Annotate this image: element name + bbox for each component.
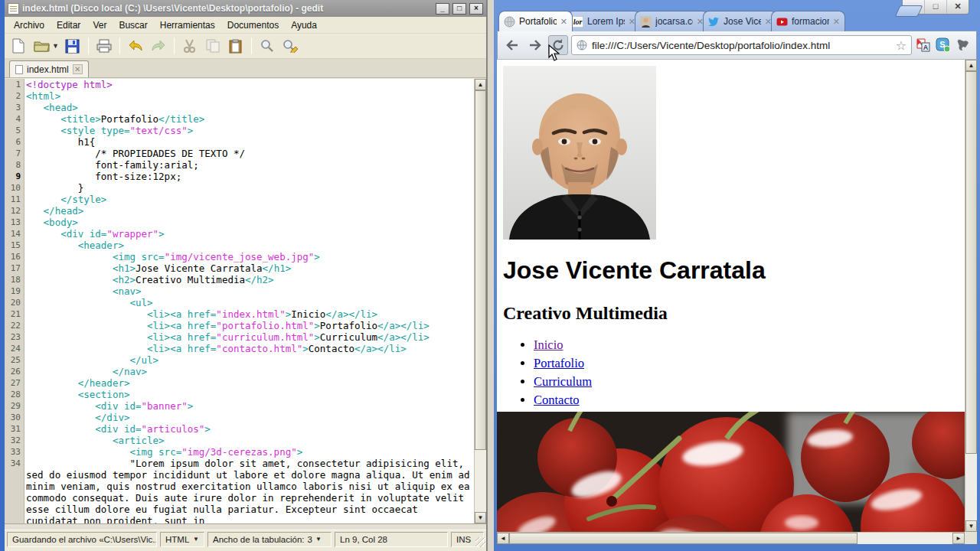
code-line[interactable]: 24 <li><a href="contacto.html">Contacto<… xyxy=(5,343,474,354)
page-link-portafolio[interactable]: Portafolio xyxy=(534,356,584,370)
scrollbar-track[interactable] xyxy=(965,454,977,520)
code-text[interactable]: <style type="text/css"> xyxy=(24,125,474,136)
browser-tab-jocarsa-co[interactable]: jocarsa.co✕ xyxy=(635,11,709,31)
tab-width-combobox[interactable]: Ancho de la tabulación: 3 ▼ xyxy=(207,532,332,547)
scrollbar-thumb[interactable] xyxy=(475,90,486,450)
back-button[interactable] xyxy=(502,35,522,55)
code-line[interactable]: 2<html> xyxy=(5,90,474,102)
code-line[interactable]: 1<!doctype html> xyxy=(5,79,474,90)
code-text[interactable]: /* PROPIEDADES DE TEXTO */ xyxy=(24,148,474,159)
scrollbar-thumb[interactable] xyxy=(965,71,977,454)
code-line[interactable]: 3 <head> xyxy=(5,102,474,113)
gedit-tab-index-html[interactable]: index.html ✕ xyxy=(9,60,89,77)
code-text[interactable]: <h2>Creativo Multimedia</h2> xyxy=(24,274,474,285)
wrench-menu-icon[interactable] xyxy=(955,37,972,54)
translate-extension-icon[interactable]: A xyxy=(915,37,932,54)
code-line[interactable]: 4 <title>Portafolio</title> xyxy=(5,113,474,125)
code-text[interactable]: <article> xyxy=(24,435,474,446)
code-text[interactable]: <section> xyxy=(24,389,474,400)
copy-icon[interactable] xyxy=(204,37,222,55)
code-text[interactable]: </div> xyxy=(24,412,474,423)
code-text[interactable]: </nav> xyxy=(24,366,474,377)
menu-item-documentos[interactable]: Documentos xyxy=(221,18,285,33)
code-line[interactable]: 11 </style> xyxy=(5,194,474,205)
code-text[interactable]: <html> xyxy=(24,90,474,102)
code-text[interactable]: <head> xyxy=(24,102,474,113)
code-line[interactable]: 33 <img src="img/3d-cerezas.png"> xyxy=(5,446,474,458)
gedit-vertical-scrollbar[interactable]: ▲ ▼ xyxy=(474,79,486,523)
code-line[interactable]: 14 <div id="wrapper"> xyxy=(5,228,474,240)
bookmark-star-icon[interactable]: ☆ xyxy=(896,38,906,53)
scrollbar-thumb[interactable] xyxy=(509,533,858,544)
code-line[interactable]: 10 } xyxy=(5,182,474,194)
scrollbar-track[interactable] xyxy=(475,450,486,512)
tab-close-icon[interactable]: ✕ xyxy=(560,17,567,27)
code-line[interactable]: 23 <li><a href="curriculum.html">Curricu… xyxy=(5,331,474,343)
new-document-icon[interactable] xyxy=(9,37,28,55)
code-line[interactable]: 16 <img src="img/vicente_jose_web.jpg"> xyxy=(5,251,474,262)
scroll-up-icon[interactable]: ▲ xyxy=(965,60,977,71)
code-line[interactable]: 12 </head> xyxy=(5,205,474,217)
language-combobox[interactable]: HTML ▼ xyxy=(160,532,204,547)
code-text[interactable]: </ul> xyxy=(24,354,474,366)
browser-tab-portafolio[interactable]: Portafolio✕ xyxy=(498,11,573,31)
url-text[interactable]: file:///C:/Users/Vicente/Desktop/portafo… xyxy=(592,40,891,51)
browser-tab-jose-vicen[interactable]: Jose Vicen✕ xyxy=(703,11,777,31)
code-line[interactable]: 25 </ul> xyxy=(5,354,474,366)
code-text[interactable]: <ul> xyxy=(24,297,474,308)
scroll-up-icon[interactable]: ▲ xyxy=(475,79,486,90)
menu-item-editar[interactable]: Editar xyxy=(51,18,87,33)
redo-icon[interactable] xyxy=(149,37,168,55)
browser-horizontal-scrollbar[interactable]: ◄ ► xyxy=(497,532,965,544)
code-text[interactable]: <div id="wrapper"> xyxy=(24,228,474,240)
code-line[interactable]: 6 h1{ xyxy=(5,136,474,148)
scroll-down-icon[interactable]: ▼ xyxy=(965,520,977,532)
code-line[interactable]: 17 <h1>Jose Vicente Carratala</h1> xyxy=(5,262,474,274)
save-icon[interactable] xyxy=(64,37,82,55)
code-text[interactable]: } xyxy=(24,182,474,194)
code-line[interactable]: 32 <article> xyxy=(5,435,474,446)
code-line[interactable]: 13 <body> xyxy=(5,217,474,228)
code-text[interactable]: <div id="articulos"> xyxy=(24,423,474,435)
menu-item-herramientas[interactable]: Herramientas xyxy=(154,18,221,33)
code-line[interactable]: 8 font-family:arial; xyxy=(5,159,474,171)
code-line[interactable]: 15 <header> xyxy=(5,240,474,251)
undo-icon[interactable] xyxy=(126,37,145,55)
code-text[interactable]: <li><a href="index.html">Inicio</a></li> xyxy=(24,308,474,320)
code-text[interactable]: <div id="banner"> xyxy=(24,400,474,412)
code-line[interactable]: 29 <div id="banner"> xyxy=(5,400,474,412)
code-line[interactable]: 5 <style type="text/css"> xyxy=(5,125,474,136)
find-replace-icon[interactable] xyxy=(281,37,299,55)
page-link-curriculum[interactable]: Curriculum xyxy=(534,374,592,389)
paste-icon[interactable] xyxy=(227,37,245,55)
code-text[interactable]: h1{ xyxy=(24,136,474,148)
scrollbar-track[interactable] xyxy=(858,533,952,544)
code-text[interactable]: <li><a href="curriculum.html">Curriculum… xyxy=(24,331,474,343)
reload-button[interactable] xyxy=(548,35,568,55)
code-line[interactable]: 34 "Lorem ipsum dolor sit amet, consecte… xyxy=(5,458,474,523)
scroll-left-icon[interactable]: ◄ xyxy=(497,533,509,544)
code-line[interactable]: 21 <li><a href="index.html">Inicio</a></… xyxy=(5,308,474,320)
code-line[interactable]: 18 <h2>Creativo Multimedia</h2> xyxy=(5,274,474,285)
code-text[interactable]: "Lorem ipsum dolor sit amet, consectetur… xyxy=(24,458,474,523)
code-line[interactable]: 9 font-size:12px; xyxy=(5,171,474,182)
code-text[interactable]: <title>Portafolio</title> xyxy=(24,113,474,125)
omnibox[interactable]: file:///C:/Users/Vicente/Desktop/portafo… xyxy=(571,35,912,55)
gedit-horizontal-scrollbar[interactable] xyxy=(5,523,486,530)
code-line[interactable]: 22 <li><a href="portafolio.html">Portafo… xyxy=(5,320,474,331)
code-text[interactable]: <!doctype html> xyxy=(24,79,474,90)
browser-tab-formacioni[interactable]: formacioni✕ xyxy=(771,11,845,31)
page-link-inicio[interactable]: Inicio xyxy=(534,337,564,352)
code-text[interactable]: <body> xyxy=(24,217,474,228)
code-text[interactable]: <li><a href="portafolio.html">Portafolio… xyxy=(24,320,474,331)
browser-tab-lorem-ipsu[interactable]: lorLorem Ipsu✕ xyxy=(567,11,641,31)
code-line[interactable]: 28 <section> xyxy=(5,389,474,400)
menu-item-ayuda[interactable]: Ayuda xyxy=(285,18,323,33)
code-line[interactable]: 26 </nav> xyxy=(5,366,474,377)
gedit-titlebar[interactable]: index.html (Disco local (C:) \Users\Vice… xyxy=(5,0,486,17)
menu-item-buscar[interactable]: Buscar xyxy=(113,18,153,33)
code-text[interactable]: <li><a href="contacto.html">Contacto</a>… xyxy=(24,343,474,354)
tab-close-icon[interactable]: ✕ xyxy=(833,17,840,27)
code-line[interactable]: 30 </div> xyxy=(5,412,474,423)
scroll-down-icon[interactable]: ▼ xyxy=(475,512,486,523)
